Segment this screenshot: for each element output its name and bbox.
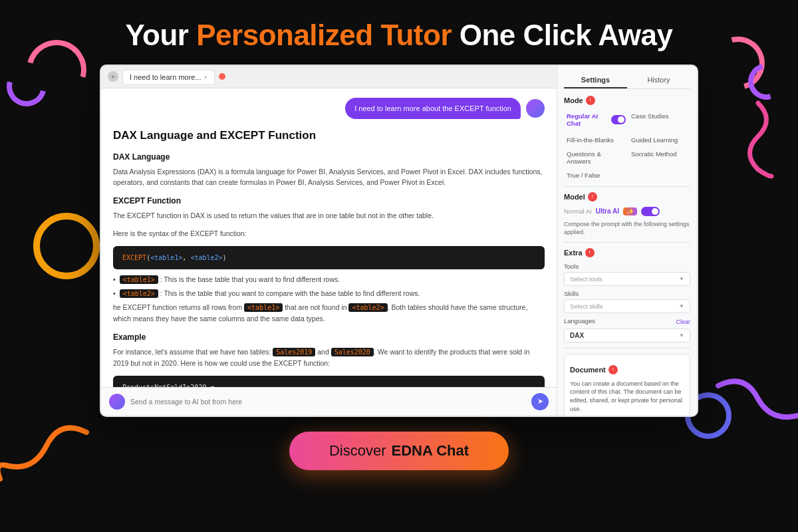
tools-dropdown[interactable]: Select tools ▼ bbox=[564, 272, 690, 286]
mode-section-header: Mode ! bbox=[564, 96, 690, 105]
syntax-code-block: EXCEPT(<table1>, <table2>) bbox=[113, 246, 545, 269]
chat-content: I need to learn more about the EXCEPT fu… bbox=[101, 88, 557, 387]
code-param2: <table2> bbox=[190, 254, 222, 261]
language-value: DAX bbox=[570, 332, 584, 339]
model-badge: ! bbox=[588, 192, 597, 201]
extra-badge: ! bbox=[585, 248, 595, 257]
main-content-area: + I need to learn more... × I need to le… bbox=[0, 65, 798, 417]
mode-options-grid: Regular AI Chat Case Studies Fill-in-the… bbox=[564, 110, 690, 181]
response-title: DAX Language and EXCEPT Function bbox=[113, 127, 545, 144]
ai-response: DAX Language and EXCEPT Function DAX Lan… bbox=[113, 127, 545, 387]
bullet1-code: <table1> bbox=[120, 275, 158, 284]
extra-section-header: Extra ! bbox=[564, 248, 690, 257]
syntax-label: Here is the syntax of the EXCEPT functio… bbox=[113, 228, 545, 239]
skills-dropdown-arrow: ▼ bbox=[679, 303, 684, 309]
document-label: Document bbox=[570, 366, 606, 374]
new-tab-button[interactable]: + bbox=[108, 71, 118, 82]
document-badge: ! bbox=[608, 365, 618, 374]
model-section-header: Model ! bbox=[564, 192, 690, 201]
tools-dropdown-arrow: ▼ bbox=[679, 276, 684, 282]
model-toggle[interactable] bbox=[641, 207, 660, 216]
document-section-header: Document ! bbox=[570, 365, 684, 374]
tools-placeholder: Select tools bbox=[570, 275, 602, 283]
user-message: I need to learn more about the EXCEPT fu… bbox=[113, 98, 545, 120]
model-note: Compose the prompt with the following se… bbox=[564, 220, 690, 237]
active-tab[interactable]: I need to learn more... × bbox=[122, 70, 215, 84]
mode-regular-row: Regular AI Chat bbox=[564, 110, 626, 129]
bullet2-code: <table2> bbox=[120, 289, 158, 298]
sales2020-inline: Sales2020 bbox=[331, 348, 374, 356]
mode-case-studies[interactable]: Case Studies bbox=[628, 110, 690, 132]
example-intro-text: For instance, let's assume that we have … bbox=[113, 346, 545, 369]
code-param1: <table1> bbox=[150, 254, 182, 261]
cta-container: Discover EDNA Chat bbox=[0, 432, 798, 470]
settings-tab[interactable]: Settings bbox=[564, 72, 627, 88]
cta-bold: EDNA Chat bbox=[392, 442, 469, 460]
language-row: Languages Clear bbox=[564, 317, 690, 327]
discover-cta-button[interactable]: Discover EDNA Chat bbox=[289, 432, 509, 470]
headline-highlight: Personalized Tutor bbox=[196, 19, 452, 51]
dax-subtitle: DAX Language bbox=[113, 151, 545, 163]
headline: Your Personalized Tutor One Click Away bbox=[0, 0, 798, 65]
except-subtitle: EXCEPT Function bbox=[113, 195, 545, 207]
language-dropdown-arrow: ▼ bbox=[679, 332, 684, 338]
skills-placeholder: Select skills bbox=[570, 303, 603, 310]
inline-table1: <table1> bbox=[244, 303, 283, 312]
user-avatar bbox=[526, 99, 545, 118]
code-line-1: ProductsNotSoldIn2029 = bbox=[122, 382, 535, 387]
extra-label: Extra bbox=[564, 249, 583, 257]
bullet-2: • <table2> : This is the table that you … bbox=[113, 289, 545, 299]
user-message-bubble: I need to learn more about the EXCEPT fu… bbox=[345, 98, 521, 120]
mode-truefalse[interactable]: True / False bbox=[564, 170, 626, 181]
mode-guided[interactable]: Guided Learning bbox=[628, 134, 690, 146]
inline-table2: <table2> bbox=[348, 303, 387, 312]
window-minimize-button[interactable] bbox=[219, 73, 225, 80]
example-subtitle: Example bbox=[113, 331, 545, 343]
mode-socratic[interactable]: Socratic Method bbox=[628, 148, 690, 167]
sales2019-inline: Sales2019 bbox=[273, 348, 315, 356]
model-options-row: Normal AI Ultra AI ✨ bbox=[564, 207, 690, 216]
mode-badge: ! bbox=[586, 96, 595, 105]
skills-label: Skills bbox=[564, 290, 690, 297]
mode-label: Mode bbox=[564, 96, 583, 104]
normal-ai-option[interactable]: Normal AI bbox=[564, 207, 592, 215]
languages-label: Languages bbox=[564, 317, 595, 325]
dax-description: Data Analysis Expressions (DAX) is a for… bbox=[113, 166, 545, 189]
description-text: he EXCEPT function returns all rows from… bbox=[113, 302, 545, 325]
divider-2 bbox=[564, 242, 690, 243]
mode-qa[interactable]: Questions & Answers bbox=[564, 148, 626, 167]
history-tab[interactable]: History bbox=[627, 72, 690, 88]
except-description: The EXCEPT function in DAX is used to re… bbox=[113, 210, 545, 221]
divider-3 bbox=[564, 348, 690, 348]
sidebar-tab-bar: Settings History bbox=[564, 72, 690, 89]
example-code-block: ProductsNotSoldIn2029 = EXCEPT( VALUES(S… bbox=[113, 376, 545, 387]
model-label: Model bbox=[564, 193, 585, 201]
language-dropdown[interactable]: DAX ▼ bbox=[564, 329, 690, 342]
bullet1-text: : This is the base table that you want t… bbox=[160, 275, 340, 283]
bullet2-text: : This is the table that you want to com… bbox=[160, 289, 420, 297]
tools-label: Tools bbox=[564, 263, 690, 270]
mode-toggle[interactable] bbox=[611, 115, 626, 124]
bot-icon bbox=[109, 394, 125, 410]
mode-regular-ai[interactable]: Regular AI Chat bbox=[564, 110, 607, 129]
document-description: You can create a document based on the c… bbox=[570, 380, 684, 413]
divider-1 bbox=[564, 186, 690, 187]
skills-dropdown[interactable]: Select skills ▼ bbox=[564, 299, 690, 313]
mode-fill-blanks[interactable]: Fill-in-the-Blanks bbox=[564, 134, 626, 146]
app-screenshot: + I need to learn more... × I need to le… bbox=[100, 65, 698, 417]
ultra-ai-option[interactable]: Ultra AI bbox=[596, 207, 619, 215]
code-keyword: EXCEPT bbox=[122, 254, 146, 261]
chat-panel: + I need to learn more... × I need to le… bbox=[101, 66, 557, 416]
chat-input-bar: ➤ bbox=[101, 387, 557, 416]
settings-sidebar: Settings History Mode ! Regular AI Chat … bbox=[557, 66, 697, 416]
language-clear-button[interactable]: Clear bbox=[676, 319, 690, 325]
document-section: Document ! You can create a document bas… bbox=[564, 354, 690, 416]
tab-label: I need to learn more... bbox=[130, 73, 201, 81]
headline-part1: Your bbox=[126, 19, 197, 51]
headline-part3: One Click Away bbox=[452, 19, 672, 51]
tab-bar: + I need to learn more... × bbox=[101, 66, 557, 88]
tab-close-icon[interactable]: × bbox=[204, 74, 207, 80]
ultra-badge: ✨ bbox=[623, 207, 637, 215]
chat-input[interactable] bbox=[130, 398, 526, 406]
send-button[interactable]: ➤ bbox=[531, 393, 549, 410]
